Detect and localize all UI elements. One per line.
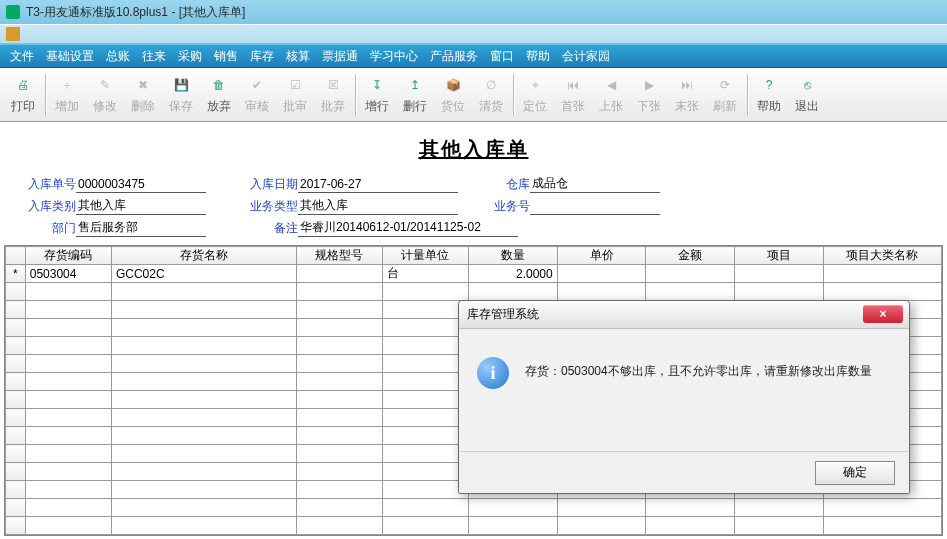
cell-empty[interactable] bbox=[25, 373, 111, 391]
cell-unit[interactable]: 台 bbox=[382, 265, 468, 283]
cell-proj[interactable] bbox=[735, 265, 824, 283]
menu-学习中心[interactable]: 学习中心 bbox=[364, 48, 424, 65]
input-bizno[interactable] bbox=[530, 197, 660, 215]
input-biztype[interactable] bbox=[298, 197, 458, 215]
cell-empty[interactable] bbox=[382, 463, 468, 481]
table-row[interactable]: *0503004GCC02C台2.0000 bbox=[6, 265, 942, 283]
cell-empty[interactable] bbox=[469, 283, 558, 301]
tool-discard[interactable]: 🗑放弃 bbox=[200, 70, 238, 119]
cell-empty[interactable] bbox=[111, 481, 296, 499]
cell-empty[interactable] bbox=[25, 481, 111, 499]
cell-empty[interactable] bbox=[823, 517, 941, 535]
close-icon[interactable]: × bbox=[863, 305, 903, 323]
cell-empty[interactable] bbox=[25, 427, 111, 445]
cell-empty[interactable] bbox=[735, 499, 824, 517]
cell-empty[interactable] bbox=[735, 517, 824, 535]
cell-empty[interactable] bbox=[382, 373, 468, 391]
cell-empty[interactable] bbox=[296, 481, 382, 499]
cell-price[interactable] bbox=[557, 265, 646, 283]
cell-empty[interactable] bbox=[823, 499, 941, 517]
cell-empty[interactable] bbox=[25, 445, 111, 463]
cell-empty[interactable] bbox=[382, 409, 468, 427]
menu-会计家园[interactable]: 会计家园 bbox=[556, 48, 616, 65]
input-date[interactable] bbox=[298, 175, 458, 193]
col-header[interactable]: 存货名称 bbox=[111, 247, 296, 265]
table-row[interactable] bbox=[6, 499, 942, 517]
cell-empty[interactable] bbox=[25, 391, 111, 409]
tool-exit[interactable]: ⎋退出 bbox=[788, 70, 826, 119]
menu-帮助[interactable]: 帮助 bbox=[520, 48, 556, 65]
input-wh[interactable] bbox=[530, 175, 660, 193]
col-header[interactable]: 项目 bbox=[735, 247, 824, 265]
cell-empty[interactable] bbox=[296, 337, 382, 355]
cell-code[interactable]: 0503004 bbox=[25, 265, 111, 283]
cell-empty[interactable] bbox=[382, 355, 468, 373]
tool-help[interactable]: ?帮助 bbox=[750, 70, 788, 119]
col-header[interactable]: 计量单位 bbox=[382, 247, 468, 265]
cell-empty[interactable] bbox=[111, 355, 296, 373]
cell-empty[interactable] bbox=[296, 517, 382, 535]
cell-projcat[interactable] bbox=[823, 265, 941, 283]
cell-empty[interactable] bbox=[382, 337, 468, 355]
menu-核算[interactable]: 核算 bbox=[280, 48, 316, 65]
cell-empty[interactable] bbox=[382, 517, 468, 535]
cell-empty[interactable] bbox=[111, 283, 296, 301]
menu-总账[interactable]: 总账 bbox=[100, 48, 136, 65]
cell-empty[interactable] bbox=[823, 283, 941, 301]
cell-empty[interactable] bbox=[646, 517, 735, 535]
cell-empty[interactable] bbox=[111, 319, 296, 337]
ok-button[interactable]: 确定 bbox=[815, 461, 895, 485]
cell-empty[interactable] bbox=[25, 283, 111, 301]
menu-票据通[interactable]: 票据通 bbox=[316, 48, 364, 65]
cell-empty[interactable] bbox=[25, 355, 111, 373]
cell-empty[interactable] bbox=[296, 463, 382, 481]
table-row[interactable] bbox=[6, 283, 942, 301]
cell-empty[interactable] bbox=[25, 463, 111, 481]
cell-empty[interactable] bbox=[296, 355, 382, 373]
cell-empty[interactable] bbox=[111, 373, 296, 391]
cell-empty[interactable] bbox=[111, 499, 296, 517]
cell-empty[interactable] bbox=[296, 445, 382, 463]
menu-销售[interactable]: 销售 bbox=[208, 48, 244, 65]
cell-empty[interactable] bbox=[382, 319, 468, 337]
cell-empty[interactable] bbox=[111, 445, 296, 463]
menu-窗口[interactable]: 窗口 bbox=[484, 48, 520, 65]
cell-empty[interactable] bbox=[296, 283, 382, 301]
cell-empty[interactable] bbox=[382, 445, 468, 463]
cell-amt[interactable] bbox=[646, 265, 735, 283]
cell-empty[interactable] bbox=[111, 427, 296, 445]
col-header[interactable]: 项目大类名称 bbox=[823, 247, 941, 265]
cell-empty[interactable] bbox=[111, 301, 296, 319]
cell-empty[interactable] bbox=[296, 391, 382, 409]
cell-empty[interactable] bbox=[111, 517, 296, 535]
input-type[interactable] bbox=[76, 197, 206, 215]
cell-empty[interactable] bbox=[382, 391, 468, 409]
cell-empty[interactable] bbox=[296, 301, 382, 319]
cell-empty[interactable] bbox=[296, 427, 382, 445]
menu-产品服务[interactable]: 产品服务 bbox=[424, 48, 484, 65]
cell-empty[interactable] bbox=[296, 499, 382, 517]
col-header[interactable]: 规格型号 bbox=[296, 247, 382, 265]
cell-empty[interactable] bbox=[25, 517, 111, 535]
cell-empty[interactable] bbox=[25, 499, 111, 517]
table-row[interactable] bbox=[6, 517, 942, 535]
cell-empty[interactable] bbox=[735, 283, 824, 301]
col-header[interactable]: 单价 bbox=[557, 247, 646, 265]
cell-empty[interactable] bbox=[557, 499, 646, 517]
menu-采购[interactable]: 采购 bbox=[172, 48, 208, 65]
cell-empty[interactable] bbox=[25, 301, 111, 319]
cell-empty[interactable] bbox=[382, 427, 468, 445]
cell-spec[interactable] bbox=[296, 265, 382, 283]
cell-qty[interactable]: 2.0000 bbox=[469, 265, 558, 283]
col-header[interactable]: 存货编码 bbox=[25, 247, 111, 265]
col-header[interactable]: 金额 bbox=[646, 247, 735, 265]
tool-insrow[interactable]: ↧增行 bbox=[358, 70, 396, 119]
menu-基础设置[interactable]: 基础设置 bbox=[40, 48, 100, 65]
cell-empty[interactable] bbox=[646, 283, 735, 301]
tool-print[interactable]: 🖨打印 bbox=[4, 70, 42, 119]
cell-empty[interactable] bbox=[111, 463, 296, 481]
cell-empty[interactable] bbox=[382, 283, 468, 301]
cell-empty[interactable] bbox=[646, 499, 735, 517]
tool-delrow[interactable]: ↥删行 bbox=[396, 70, 434, 119]
input-dept[interactable] bbox=[76, 219, 206, 237]
